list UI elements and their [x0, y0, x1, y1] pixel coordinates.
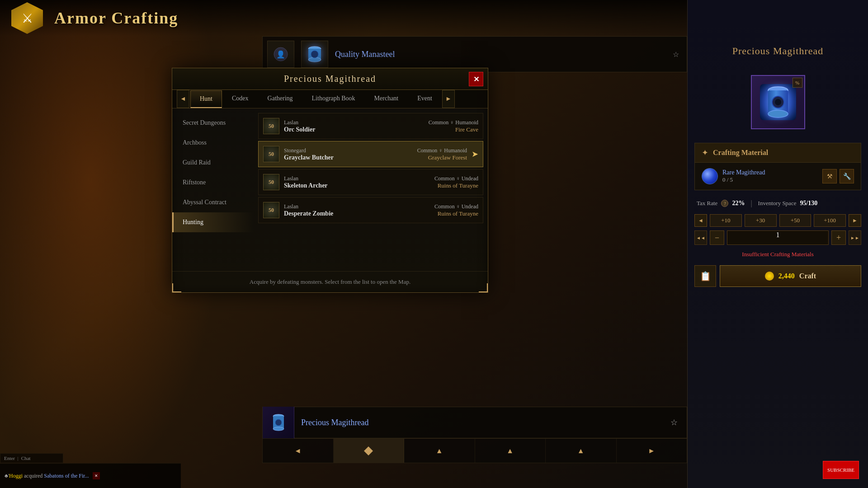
craft-cost: 2,440	[778, 272, 795, 280]
tab-event[interactable]: Event	[408, 90, 441, 108]
svg-point-17	[275, 419, 282, 426]
qty-preset-100[interactable]: +100	[814, 214, 846, 227]
tax-rate-row: Tax Rate ? 22% | Inventory Space 95/130	[688, 195, 868, 212]
monster-level-badge: 50	[263, 146, 279, 162]
material-orb	[702, 168, 718, 184]
monster-info: Laslan Desperate Zombie	[284, 203, 430, 217]
monster-level-badge: 50	[263, 118, 279, 134]
qty-preset-10[interactable]: +10	[710, 214, 742, 227]
subscribe-button[interactable]: SUBSCRIBE	[823, 461, 859, 479]
item-icon-inner	[760, 84, 796, 120]
right-panel: Precious Magithread	[687, 0, 868, 488]
game-emblem: ⚔	[9, 0, 45, 36]
sidebar-item-guild-raid[interactable]: Guild Raid	[172, 153, 254, 173]
qty-preset-row: ◄ +10 +30 +50 +100 ►	[694, 214, 861, 227]
qty-input-row: ◄◄ − 1 + ►►	[694, 230, 861, 245]
tab-gathering[interactable]: Gathering	[259, 90, 302, 108]
monster-row[interactable]: 50 Laslan Skeleton Archer Common ♀ Undea…	[258, 169, 483, 195]
tab-lithograph-book[interactable]: Lithograph Book	[303, 90, 364, 108]
modal-footer: Acquire by defeating monsters. Select fr…	[172, 271, 488, 292]
monster-detail: Common ♀ Undead Ruins of Turayne	[434, 175, 478, 189]
monster-row[interactable]: 50 Laslan Orc Soldier Common ♀ Humanoid …	[258, 113, 483, 139]
right-item-preview: %	[688, 66, 868, 138]
material-item-left: Rare Magithread 0 / 5	[702, 168, 765, 184]
tab-codex[interactable]: Codex	[223, 90, 258, 108]
nav-button-right[interactable]: ►	[617, 439, 687, 463]
monster-list: 50 Laslan Orc Soldier Common ♀ Humanoid …	[254, 111, 488, 271]
craft-row: 📋 2,440 Craft	[688, 262, 868, 291]
tax-help-button[interactable]: ?	[721, 200, 728, 207]
modal-title: Precious Magithread	[284, 74, 376, 84]
chat-input-bar: Enter | Chat	[0, 453, 63, 463]
qty-arrow-left[interactable]: ◄	[694, 214, 707, 227]
chat-item-link[interactable]: Sabatons of the Fir...	[44, 473, 89, 479]
monster-detail: Common ♀ Undead Ruins of Turayne	[434, 203, 478, 217]
material-icons-right: ⚒ 🔧	[822, 169, 854, 183]
chat-username: Hoggi	[9, 473, 23, 479]
modal-close-button[interactable]: ✕	[469, 72, 483, 86]
qty-input[interactable]: 1	[727, 230, 829, 245]
preview-item-name: Quality Manasteel	[335, 50, 395, 59]
tab-merchant[interactable]: Merchant	[365, 90, 408, 108]
svg-text:👤: 👤	[276, 50, 285, 59]
sidebar-item-abyssal-contract[interactable]: Abyssal Contract	[172, 192, 254, 212]
tab-prev-button[interactable]: ◄	[177, 90, 189, 108]
material-text: Rare Magithread 0 / 5	[722, 169, 765, 183]
nav-button-diamond[interactable]	[334, 439, 405, 463]
qty-preset-50[interactable]: +50	[779, 214, 811, 227]
crafting-material-title: Crafting Material	[713, 149, 768, 157]
qty-preset-30[interactable]: +30	[745, 214, 777, 227]
monster-info: Laslan Orc Soldier	[284, 119, 424, 133]
nav-button-left[interactable]: ◄	[263, 439, 334, 463]
monster-detail: Common ♀ Humanoid Grayclaw Forest	[417, 147, 467, 161]
monster-row[interactable]: 50 Stonegard Grayclaw Butcher Common ♀ H…	[258, 141, 483, 167]
emblem-icon: ⚔	[22, 11, 33, 26]
cursor-indicator: ➤	[472, 149, 478, 159]
qty-left-arrow[interactable]: ◄◄	[694, 230, 707, 245]
modal-footer-text: Acquire by defeating monsters. Select fr…	[250, 278, 410, 285]
craft-button[interactable]: 2,440 Craft	[720, 265, 861, 287]
preview-slot-empty: 👤	[267, 41, 294, 68]
sidebar-item-hunting[interactable]: Hunting	[172, 212, 254, 232]
item-icon-large: %	[751, 75, 805, 129]
percent-button[interactable]: %	[793, 78, 802, 88]
nav-button-up1[interactable]: ▲	[404, 439, 475, 463]
chat-message: ♣'Hoggi acquired Sabatons of the Fir...	[5, 473, 89, 479]
modal-sidebar: Secret Dungeons Archboss Guild Raid Rift…	[172, 111, 254, 232]
sidebar-item-archboss[interactable]: Archboss	[172, 133, 254, 153]
modal-header: Precious Magithread ✕	[172, 68, 488, 90]
qty-plus-button[interactable]: +	[831, 230, 846, 245]
craft-gold-icon	[765, 272, 774, 281]
bottom-item-icon	[263, 407, 294, 438]
right-panel-title: Precious Magithread	[688, 36, 868, 66]
material-name: Rare Magithread	[722, 169, 765, 176]
quantity-controls: ◄ +10 +30 +50 +100 ► ◄◄ − 1 + ►►	[688, 212, 868, 247]
sidebar-item-riftstone[interactable]: Riftstone	[172, 173, 254, 192]
crafting-material-section: ✦ Crafting Material Rare Magithread 0 / …	[694, 143, 861, 190]
qty-minus-button[interactable]: −	[710, 230, 724, 245]
tab-hunt[interactable]: Hunt	[190, 90, 222, 108]
monster-info: Laslan Skeleton Archer	[284, 175, 430, 189]
insufficient-text: Insufficient Crafting Materials	[688, 247, 868, 262]
material-icon-btn-2[interactable]: 🔧	[840, 169, 854, 183]
item-preview-bar: 👤 Quality Manasteel ☆	[262, 36, 687, 72]
bottom-star-button[interactable]: ☆	[666, 414, 682, 431]
monster-row[interactable]: 50 Laslan Desperate Zombie Common ♀ Unde…	[258, 197, 483, 223]
material-count: 0 / 5	[722, 176, 765, 183]
inventory-label: Inventory Space	[758, 200, 797, 207]
tax-label: Tax Rate	[697, 200, 717, 207]
chat-close-button[interactable]: ✕	[93, 472, 100, 479]
material-icon-btn-1[interactable]: ⚒	[822, 169, 837, 183]
preview-star-button[interactable]: ☆	[670, 48, 682, 61]
nav-button-up2[interactable]: ▲	[475, 439, 546, 463]
qty-right-arrow[interactable]: ►►	[849, 230, 861, 245]
craft-info-button[interactable]: 📋	[694, 265, 716, 287]
chat-bar: ♣'Hoggi acquired Sabatons of the Fir... …	[0, 463, 181, 488]
nav-button-up3[interactable]: ▲	[546, 439, 617, 463]
tab-next-button[interactable]: ►	[442, 90, 455, 108]
sidebar-item-secret-dungeons[interactable]: Secret Dungeons	[172, 113, 254, 133]
fleur-icon: ✦	[702, 148, 708, 158]
craft-label: Craft	[799, 272, 816, 280]
qty-arrow-right[interactable]: ►	[849, 214, 861, 227]
svg-point-16	[273, 427, 284, 431]
